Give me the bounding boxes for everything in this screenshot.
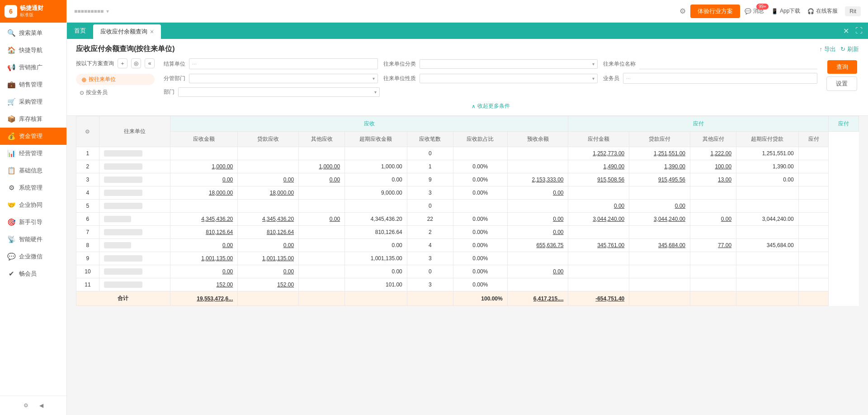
table-cell[interactable] — [238, 160, 299, 173]
dept-input[interactable]: ▾ — [178, 87, 380, 97]
footer-ar-amount[interactable]: 19,553,472,6... — [170, 291, 238, 306]
sidebar-item-member[interactable]: ✔ 畅会员 — [0, 265, 66, 282]
table-cell[interactable] — [507, 200, 568, 213]
table-cell[interactable] — [690, 265, 736, 278]
app-download-button[interactable]: 📱 App下载 — [771, 7, 800, 15]
table-cell[interactable] — [507, 252, 568, 265]
table-cell[interactable] — [690, 200, 736, 213]
table-cell[interactable]: 2,153,333.00 — [507, 173, 568, 186]
table-cell[interactable]: 345,761.00 — [568, 239, 629, 252]
collapse-scheme-btn[interactable]: « — [145, 58, 155, 68]
table-cell[interactable] — [568, 186, 629, 200]
scheme-salesman[interactable]: ⊙ 按业务员 — [76, 87, 155, 98]
sidebar-item-marketing[interactable]: 📢 营销推广 — [0, 59, 66, 76]
table-cell[interactable]: 1,251,551.00 — [629, 147, 690, 160]
table-cell[interactable]: 0.00 — [507, 226, 568, 239]
table-cell[interactable] — [629, 252, 690, 265]
table-cell[interactable] — [690, 252, 736, 265]
sidebar-item-search[interactable]: 🔍 搜索菜单 — [0, 24, 66, 42]
table-cell[interactable]: 0.00 — [507, 213, 568, 226]
table-cell[interactable]: 810,126.64 — [170, 226, 238, 239]
table-cell[interactable]: 77.00 — [690, 239, 736, 252]
tab-close-icon[interactable]: × — [150, 28, 154, 35]
table-cell[interactable] — [568, 265, 629, 278]
table-settings-icon[interactable]: ⚙ — [85, 129, 90, 135]
table-cell[interactable]: 1,000.00 — [170, 160, 238, 173]
config-scheme-btn[interactable]: ◎ — [131, 58, 141, 68]
table-cell[interactable]: 0.00 — [690, 213, 736, 226]
table-cell[interactable] — [299, 278, 345, 291]
sidebar-item-system[interactable]: ⚙ 系统管理 — [0, 179, 66, 196]
table-cell[interactable] — [507, 278, 568, 291]
table-cell[interactable] — [690, 226, 736, 239]
table-cell[interactable]: 1,001,135.00 — [170, 252, 238, 265]
table-cell[interactable] — [238, 200, 299, 213]
footer-ar-prepay[interactable]: 6,417,215.... — [507, 291, 568, 306]
promo-button[interactable]: 体验行业方案 — [690, 5, 740, 18]
table-cell[interactable]: 0.00 — [507, 186, 568, 200]
table-cell[interactable]: 0.00 — [507, 265, 568, 278]
table-cell[interactable]: 0.00 — [238, 265, 299, 278]
sidebar-item-nav[interactable]: 🏠 快捷导航 — [0, 42, 66, 59]
table-cell[interactable] — [690, 278, 736, 291]
table-cell[interactable]: 915,508.56 — [568, 173, 629, 186]
table-cell[interactable] — [568, 226, 629, 239]
table-cell[interactable] — [299, 252, 345, 265]
partner-nature-input[interactable]: ▾ — [420, 74, 598, 83]
sidebar-collapse-btn[interactable]: ◀ — [35, 400, 48, 411]
table-cell[interactable]: 4,345,436.20 — [238, 213, 299, 226]
sidebar-item-hardware[interactable]: 📡 智能硬件 — [0, 231, 66, 248]
partner-name-input[interactable] — [639, 59, 817, 69]
refresh-button[interactable]: ↻ 刷新 — [840, 45, 859, 53]
user-profile[interactable]: Rit — [845, 6, 861, 16]
tab-home[interactable]: 首页 — [67, 23, 93, 39]
table-cell[interactable]: 1,001,135.00 — [238, 252, 299, 265]
table-cell[interactable] — [299, 186, 345, 200]
table-cell[interactable] — [690, 186, 736, 200]
table-cell[interactable]: 0.00 — [238, 173, 299, 186]
settings-button[interactable]: 设置 — [826, 76, 857, 91]
partner-category-input[interactable]: ▾ — [420, 59, 598, 69]
table-cell[interactable]: 810,126.64 — [238, 226, 299, 239]
sidebar-item-finance[interactable]: 💰 资金管理 — [0, 128, 66, 145]
table-cell[interactable] — [629, 278, 690, 291]
table-cell[interactable]: 1,000.00 — [299, 160, 345, 173]
table-cell[interactable]: 1,390.00 — [629, 160, 690, 173]
table-cell[interactable]: 655,636.75 — [507, 239, 568, 252]
add-scheme-btn[interactable]: ＋ — [118, 58, 127, 68]
table-cell[interactable]: 100.00 — [690, 160, 736, 173]
tab-expand-btn[interactable]: ⛶ — [854, 25, 864, 37]
table-cell[interactable] — [299, 239, 345, 252]
table-cell[interactable] — [238, 147, 299, 160]
table-cell[interactable]: 915,495.56 — [629, 173, 690, 186]
sidebar-item-ops[interactable]: 📊 经营管理 — [0, 145, 66, 162]
footer-ap-amount[interactable]: -654,751.40 — [568, 291, 629, 306]
sidebar-item-wechat[interactable]: 💬 企业微信 — [0, 248, 66, 265]
table-cell[interactable]: 0.00 — [299, 213, 345, 226]
table-cell[interactable] — [299, 200, 345, 213]
sidebar-item-guide[interactable]: 🎯 新手引导 — [0, 214, 66, 231]
sidebar-settings-btn[interactable]: ⚙ — [19, 400, 33, 411]
table-cell[interactable]: 4,345,436.20 — [170, 213, 238, 226]
scheme-partner[interactable]: ⊕ 按往来单位 — [76, 74, 155, 85]
table-cell[interactable]: 0.00 — [568, 200, 629, 213]
table-cell[interactable]: 0.00 — [170, 239, 238, 252]
table-cell[interactable]: 345,684.00 — [629, 239, 690, 252]
table-cell[interactable]: 13.00 — [690, 173, 736, 186]
message-button[interactable]: 💬 消息 99+ — [745, 7, 764, 15]
sidebar-item-inventory[interactable]: 📦 库存核算 — [0, 110, 66, 128]
table-cell[interactable]: 1,490.00 — [568, 160, 629, 173]
export-button[interactable]: ↑ 导出 — [820, 45, 836, 53]
table-cell[interactable]: 18,000.00 — [170, 186, 238, 200]
table-cell[interactable] — [507, 147, 568, 160]
topbar-gear-icon[interactable]: ⚙ — [679, 7, 686, 15]
tab-close-btn[interactable]: ✕ — [841, 25, 851, 37]
query-button[interactable]: 查询 — [827, 60, 857, 74]
table-cell[interactable] — [507, 160, 568, 173]
table-cell[interactable]: 0.00 — [299, 173, 345, 186]
table-cell[interactable]: 3,044,240.00 — [629, 213, 690, 226]
table-cell[interactable] — [170, 147, 238, 160]
table-cell[interactable]: 1,252,773.00 — [568, 147, 629, 160]
sidebar-item-purchase[interactable]: 🛒 采购管理 — [0, 93, 66, 110]
table-cell[interactable] — [299, 147, 345, 160]
